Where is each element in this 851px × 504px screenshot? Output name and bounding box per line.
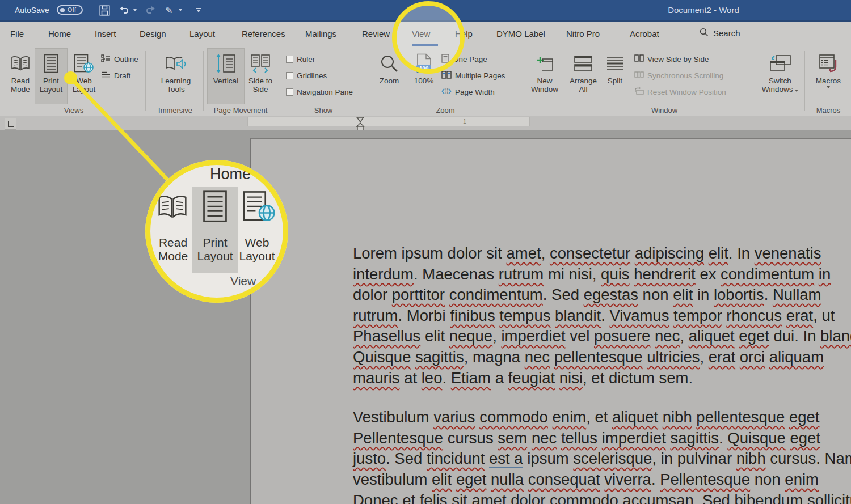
spelling-error-word: Vivamus [609, 307, 669, 324]
tab-selector-icon[interactable] [5, 118, 16, 130]
ink-dropdown-icon[interactable] [177, 4, 184, 16]
switch-windows-button[interactable]: Switch Windows [758, 49, 802, 104]
arrange-all-button[interactable]: Arrange All [566, 49, 600, 104]
text-line: Donec et felis sit amet dolor commodo ac… [353, 490, 851, 504]
spelling-error-word: rutrum [499, 265, 544, 283]
macros-group-label: Macros [808, 106, 849, 115]
view-side-by-side-button[interactable]: View Side by Side [634, 52, 709, 66]
text-line: Quisque sagittis, magna nec pellentesque… [353, 347, 851, 368]
checkbox-icon [286, 88, 293, 96]
multiple-pages-icon [441, 71, 452, 81]
view-tab-highlight-circle [392, 1, 465, 74]
word-application-window: AutoSave Off ✎ Document2 - Word FileHome… [0, 0, 851, 504]
tab-layout[interactable]: Layout [189, 29, 215, 39]
spelling-error-word: eget [456, 471, 487, 488]
checkbox-icon [286, 72, 293, 79]
customize-quick-access-icon[interactable] [192, 4, 205, 16]
spelling-error-word: egestas [584, 286, 638, 303]
tab-acrobat[interactable]: Acrobat [630, 29, 659, 39]
page-width-icon [441, 87, 452, 97]
spelling-error-word: feugiat [508, 369, 555, 387]
spelling-error-word: lobortis [714, 286, 764, 303]
read-mode-icon [157, 189, 188, 225]
read-mode-button[interactable]: Read Mode [7, 49, 34, 104]
group-separator [145, 51, 146, 111]
gridlines-checkbox[interactable]: Gridlines [286, 69, 327, 82]
multiple-pages-button[interactable]: Multiple Pages [441, 69, 505, 82]
spelling-error-word: nulla [491, 471, 524, 488]
autosave-state: Off [68, 6, 76, 13]
text-line: rutrum. Morbi finibus tempus blandit. Vi… [353, 306, 851, 327]
spelling-error-word: neque [449, 327, 492, 345]
tab-mailings[interactable]: Mailings [305, 29, 336, 39]
ruler-label: Ruler [297, 55, 315, 63]
split-button[interactable]: Split [603, 49, 627, 104]
spelling-error-word: amet [507, 244, 541, 262]
document-text[interactable]: Lorem ipsum dolor sit amet, consectetur … [353, 243, 851, 504]
spelling-error-word: varius [433, 408, 475, 426]
group-separator [755, 51, 755, 111]
new-window-label: New Window [528, 77, 562, 94]
new-window-button[interactable]: New Window [528, 49, 562, 104]
spelling-error-word: tempor [673, 307, 722, 324]
grammar-error-word: est a [489, 450, 523, 467]
text-line: Pellentesque cursus sem nec tellus imper… [353, 428, 851, 449]
search-control[interactable]: Search [700, 28, 740, 39]
dropdown-caret-icon [827, 86, 830, 88]
learning-tools-button[interactable]: Learning Tools [154, 49, 197, 104]
tab-references[interactable]: References [242, 29, 285, 39]
undo-icon[interactable] [118, 4, 132, 16]
paragraph[interactable]: Lorem ipsum dolor sit amet, consectetur … [353, 243, 851, 388]
spelling-error-word: Quisque [353, 348, 411, 366]
outline-button[interactable]: Outline [101, 52, 138, 66]
spelling-error-word: posuere [594, 327, 650, 345]
view-side-by-side-label: View Side by Side [647, 55, 709, 63]
tab-home[interactable]: Home [48, 29, 71, 39]
window-group-label: Window [627, 106, 701, 115]
spelling-error-word: condimentum [721, 265, 814, 283]
page-width-button[interactable]: Page Width [441, 85, 495, 99]
vertical-button[interactable]: Vertical [208, 49, 244, 104]
side-by-side-icon [634, 54, 644, 63]
tab-dymo-label[interactable]: DYMO Label [496, 29, 545, 39]
callout-web-layout-label: Web Layout [235, 236, 279, 263]
navigation-pane-checkbox[interactable]: Navigation Pane [286, 85, 353, 99]
views-group-label: Views [51, 106, 96, 115]
dropdown-caret-icon [795, 90, 798, 92]
save-icon[interactable] [98, 4, 111, 16]
side-to-side-icon [250, 52, 271, 75]
undo-dropdown-icon[interactable] [132, 4, 138, 16]
tab-nitro-pro[interactable]: Nitro Pro [566, 29, 600, 39]
arrange-all-label: Arrange All [566, 77, 600, 94]
draft-icon [101, 71, 111, 81]
ruler-checkbox[interactable]: Ruler [286, 52, 315, 66]
tab-review[interactable]: Review [362, 29, 390, 39]
text-line: mauris at leo. Etiam a feugiat nisi, et … [353, 368, 851, 389]
spelling-error-word: elit [709, 244, 728, 262]
print-layout-icon [201, 188, 229, 225]
tab-insert[interactable]: Insert [95, 29, 116, 39]
paragraph[interactable]: Vestibulum varius commodo enim, et aliqu… [353, 407, 851, 504]
macros-label: Macros [816, 77, 841, 85]
tab-design[interactable]: Design [140, 29, 166, 39]
spelling-error-word: ultricies [647, 348, 700, 366]
draft-button[interactable]: Draft [101, 69, 130, 82]
group-separator [521, 51, 521, 111]
spelling-error-word: blandit [555, 307, 601, 324]
spelling-error-word: erat [709, 348, 735, 366]
spelling-error-word: condimentum [449, 286, 543, 303]
spelling-error-word: eget [739, 327, 769, 345]
side-to-side-button[interactable]: Side to Side [246, 49, 275, 104]
side-to-side-label: Side to Side [246, 77, 275, 94]
spelling-error-word: erat [786, 307, 813, 324]
autosave-toggle[interactable]: Off [57, 5, 83, 15]
spelling-error-word: porttitor [392, 286, 445, 303]
zoom-icon [380, 52, 398, 75]
redo-icon[interactable] [143, 4, 157, 16]
print-layout-button[interactable]: Print Layout [35, 49, 67, 104]
ink-pen-icon[interactable]: ✎ [162, 4, 176, 16]
tab-file[interactable]: File [10, 29, 24, 39]
horizontal-ruler[interactable] [247, 117, 530, 126]
macros-button[interactable]: Macros [810, 49, 846, 104]
text-line: interdum. Maecenas rutrum mi nisi, quis … [353, 264, 851, 285]
